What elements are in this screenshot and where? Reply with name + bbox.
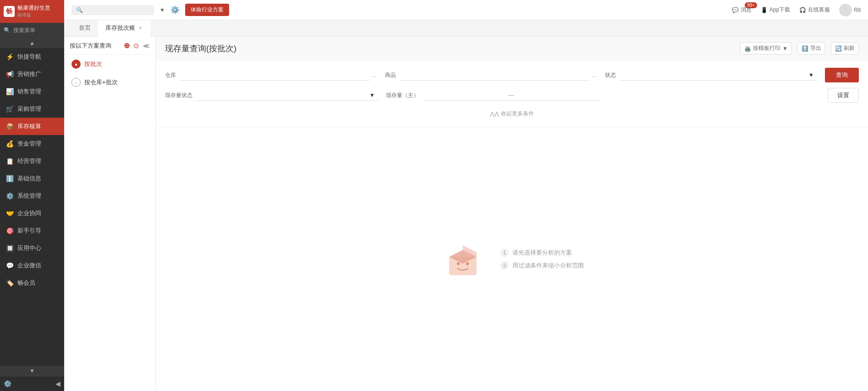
sidebar-item-marketing[interactable]: 📢 营销推广 <box>0 65 64 83</box>
enterprise-icon: 🤝 <box>5 209 14 217</box>
tab-close-icon[interactable]: × <box>138 25 143 31</box>
app-subtitle: 标准版 <box>17 12 50 18</box>
export-label: 导出 <box>810 44 821 52</box>
print-label: 按模板打印 <box>753 44 780 52</box>
topbar-message[interactable]: 💬 消息 99+ <box>732 6 752 14</box>
sidebar-collapse-button[interactable]: ◀ <box>55 380 60 387</box>
filter-area: 仓库 ... 商品 ... 状态 ▼ <box>156 60 868 127</box>
collapse-panel-icon[interactable]: ≪ <box>143 42 150 49</box>
print-button[interactable]: 🖨️ 按模板打印 ▼ <box>740 42 792 54</box>
product-input[interactable] <box>400 70 589 81</box>
page-title: 现存量查询(按批次) <box>165 43 236 54</box>
tab-inventory-batch[interactable]: 库存批次账 × <box>98 20 150 37</box>
sidebar-item-app-center[interactable]: 🔲 应用中心 <box>0 239 64 257</box>
inventory-quantity-to[interactable] <box>516 92 600 98</box>
sidebar-settings-button[interactable]: ⚙️ <box>4 380 11 387</box>
sidebar-scroll-up[interactable]: ▲ <box>0 38 64 48</box>
inventory-status-select[interactable]: ▼ <box>196 90 379 101</box>
app-center-icon: 🔲 <box>5 244 14 252</box>
trial-button[interactable]: 体验行业方案 <box>185 4 229 16</box>
sidebar-item-basic[interactable]: ℹ️ 基础信息 <box>0 170 64 187</box>
sidebar-item-system[interactable]: ⚙️ 系统管理 <box>0 187 64 205</box>
warehouse-batch-icon: ○ <box>71 78 81 87</box>
topbar-right: 💬 消息 99+ 📱 App下载 🎧 在线客服 Rit <box>732 4 861 16</box>
sidebar: 畅 畅康通好生意 标准版 🔍 搜索菜单 ▲ ⚡ 快捷导航 📢 营销推广 📊 销售… <box>0 0 64 391</box>
add-icon[interactable]: ⊕ <box>124 41 130 50</box>
sidebar-item-label: 畅会员 <box>17 279 35 287</box>
sidebar-item-operations[interactable]: 📋 经营管理 <box>0 152 64 170</box>
status-select[interactable]: ▼ <box>620 70 818 81</box>
sidebar-item-quick-nav[interactable]: ⚡ 快捷导航 <box>0 48 64 65</box>
filter-inventory-quantity: 现存量（主） — <box>386 90 599 101</box>
sidebar-item-finance[interactable]: 💰 资金管理 <box>0 135 64 152</box>
finance-icon: 💰 <box>5 140 14 148</box>
topbar-user[interactable]: Rit <box>839 4 861 16</box>
sidebar-item-label: 营销推广 <box>17 70 41 78</box>
sidebar-item-label: 库存核算 <box>17 122 41 130</box>
inventory-quantity-range: — <box>423 90 599 101</box>
left-panel-item-by-batch[interactable]: ● 按批次 <box>64 55 155 73</box>
search-icon: 🔍 <box>4 27 11 33</box>
print-icon: 🖨️ <box>744 45 751 52</box>
topbar-app-download[interactable]: 📱 App下载 <box>761 6 790 14</box>
settings-icon[interactable]: ⊙ <box>133 42 139 50</box>
batch-icon: ● <box>71 60 81 69</box>
left-panel-title: 按以下方案查询 <box>70 42 111 50</box>
app-download-label: App下载 <box>769 6 790 14</box>
export-icon: ⬆️ <box>802 45 808 52</box>
sidebar-item-label: 系统管理 <box>17 192 41 200</box>
online-service-label: 在线客服 <box>808 6 830 14</box>
sidebar-search[interactable]: 🔍 搜索菜单 <box>0 23 64 38</box>
tab-home[interactable]: 首页 <box>71 20 98 37</box>
system-icon: ⚙️ <box>5 192 14 200</box>
sidebar-item-purchase[interactable]: 🛒 采购管理 <box>0 100 64 118</box>
basic-icon: ℹ️ <box>5 174 14 183</box>
user-name: Rit <box>854 7 861 13</box>
topbar-search-icon: 🔍 <box>76 7 83 13</box>
content-area: 按以下方案查询 ⊕ ⊙ ≪ ● 按批次 ○ 按仓库+批次 现存量查询(按批次) <box>64 37 868 391</box>
empty-state: 1 请先选择要分析的方案 2 用过滤条件来缩小分析范围 <box>156 127 868 391</box>
page-header: 现存量查询(按批次) 🖨️ 按模板打印 ▼ ⬆️ 导出 🔄 刷新 <box>156 37 868 60</box>
sidebar-item-member[interactable]: 🏷️ 畅会员 <box>0 274 64 292</box>
sidebar-item-sales[interactable]: 📊 销售管理 <box>0 83 64 100</box>
inventory-quantity-from[interactable] <box>423 92 506 98</box>
export-button[interactable]: ⬆️ 导出 <box>797 42 825 54</box>
online-service-icon: 🎧 <box>799 7 806 13</box>
step-2-num: 2 <box>500 261 509 270</box>
collapse-button[interactable]: ⋀⋀ 收起更多条件 <box>165 108 859 119</box>
tabs-bar: 首页 库存批次账 × <box>64 20 868 37</box>
warehouse-input[interactable] <box>180 70 369 81</box>
app-download-icon: 📱 <box>761 7 768 13</box>
sidebar-scroll-down[interactable]: ▼ <box>0 366 64 376</box>
topbar-gear-icon[interactable]: ⚙️ <box>170 5 180 14</box>
inventory-quantity-label: 现存量（主） <box>386 92 419 99</box>
product-more[interactable]: ... <box>589 72 598 78</box>
topbar-search-box[interactable]: 🔍 <box>71 5 154 15</box>
left-panel-item-by-warehouse-batch[interactable]: ○ 按仓库+批次 <box>64 73 155 92</box>
wechat-icon: 💬 <box>5 261 14 270</box>
topbar-online-service[interactable]: 🎧 在线客服 <box>799 6 830 14</box>
user-avatar <box>839 4 852 16</box>
warehouse-more[interactable]: ... <box>369 72 378 78</box>
refresh-icon: 🔄 <box>835 45 842 52</box>
settings-button[interactable]: 设置 <box>828 88 859 103</box>
sidebar-item-newbie[interactable]: 🎯 新手引导 <box>0 222 64 239</box>
filter-warehouse: 仓库 ... <box>165 70 378 81</box>
operations-icon: 📋 <box>5 157 14 165</box>
inventory-status-label: 现存量状态 <box>165 92 192 99</box>
topbar-dropdown[interactable]: ▼ <box>159 7 165 13</box>
sidebar-item-inventory[interactable]: 📦 库存核算 <box>0 118 64 135</box>
quantity-dash: — <box>508 92 514 98</box>
sidebar-header: 畅 畅康通好生意 标准版 <box>0 0 64 23</box>
app-title: 畅康通好生意 <box>17 5 50 12</box>
right-panel: 现存量查询(按批次) 🖨️ 按模板打印 ▼ ⬆️ 导出 🔄 刷新 <box>156 37 868 391</box>
sidebar-item-wechat[interactable]: 💬 企业微信 <box>0 257 64 274</box>
query-button[interactable]: 查询 <box>825 68 859 82</box>
step-2-text: 用过滤条件来缩小分析范围 <box>512 261 584 270</box>
svg-point-4 <box>466 262 469 265</box>
filter-status: 状态 ▼ <box>605 70 818 81</box>
filter-row-1: 仓库 ... 商品 ... 状态 ▼ <box>165 68 859 82</box>
sidebar-item-enterprise[interactable]: 🤝 企业协同 <box>0 205 64 222</box>
sidebar-item-label: 资金管理 <box>17 140 41 148</box>
refresh-button[interactable]: 🔄 刷新 <box>831 42 859 54</box>
